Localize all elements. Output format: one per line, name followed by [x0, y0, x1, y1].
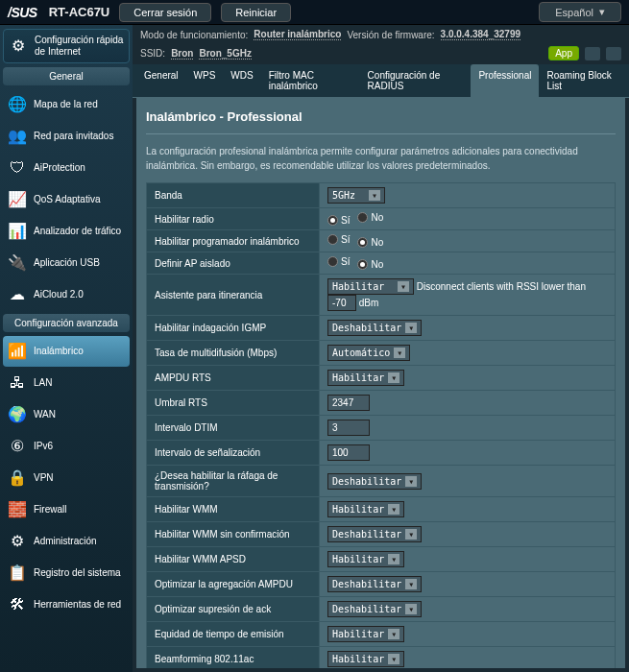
select[interactable]: Deshabilitar▾: [327, 320, 422, 336]
tab[interactable]: Professional: [471, 64, 539, 97]
sidebar-item-label: Red para invitados: [34, 131, 113, 142]
select[interactable]: Automático▾: [327, 345, 410, 361]
language-select[interactable]: Español ▾: [539, 2, 621, 22]
app-badge[interactable]: App: [548, 46, 579, 60]
chevron-down-icon: ▾: [405, 579, 417, 589]
sidebar-icon: 🔒: [7, 468, 28, 489]
radio-option[interactable]: No: [357, 237, 383, 248]
select-value: 5GHz: [332, 190, 355, 201]
setting-value-cell: SíNo: [320, 230, 616, 252]
reboot-button[interactable]: Reiniciar: [221, 3, 291, 22]
setting-row: Equidad de tiempo de emisiónHabilitar▾: [147, 622, 616, 647]
setting-label: Tasa de multidifusión (Mbps): [147, 341, 320, 366]
mode-value[interactable]: Router inalámbrico: [254, 29, 341, 40]
select-value: Habilitar: [332, 554, 384, 564]
fw-label: Versión de firmware:: [347, 30, 434, 40]
select[interactable]: Habilitar▾: [327, 626, 404, 642]
sidebar-item[interactable]: 🛡AiProtection: [3, 153, 130, 183]
tab[interactable]: Roaming Block List: [539, 64, 625, 97]
setting-label: Habilitar radio: [147, 208, 320, 230]
select-value: Deshabilitar: [332, 529, 401, 540]
select[interactable]: Habilitar▾: [327, 501, 404, 517]
sidebar-item-label: Configuración rápida de Internet: [35, 35, 125, 58]
sidebar-icon: 🛠: [7, 594, 28, 615]
text-input[interactable]: [327, 444, 370, 461]
sidebar-item[interactable]: 📈QoS Adaptativa: [3, 184, 130, 215]
sidebar-item[interactable]: 🛠Herramientas de red: [3, 589, 130, 620]
text-input[interactable]: [327, 395, 370, 411]
chevron-down-icon: ▾: [388, 654, 399, 664]
radio-option[interactable]: Sí: [327, 256, 350, 267]
chevron-down-icon: ▾: [405, 323, 417, 333]
select[interactable]: Habilitar▾: [327, 278, 414, 295]
sidebar-item[interactable]: 🧱Firewall: [3, 494, 130, 525]
sidebar-item[interactable]: 🌐Mapa de la red: [3, 89, 130, 120]
tab[interactable]: Filtro MAC inalámbrico: [261, 64, 360, 97]
tab[interactable]: WPS: [186, 64, 224, 97]
select[interactable]: Deshabilitar▾: [327, 473, 422, 490]
setting-label: Definir AP aislado: [147, 252, 320, 275]
ssid-value-2: Bron_5GHz: [199, 48, 251, 60]
fw-value[interactable]: 3.0.0.4.384_32799: [441, 29, 520, 40]
sidebar-item[interactable]: 🔌Aplicación USB: [3, 248, 130, 278]
rssi-input[interactable]: [327, 295, 356, 311]
sidebar-item[interactable]: 👥Red para invitados: [3, 121, 130, 152]
sidebar-item[interactable]: 🌍WAN: [3, 399, 130, 430]
setting-label: Optimizar supresión de ack: [147, 597, 320, 622]
logout-button[interactable]: Cerrar sesión: [119, 3, 211, 22]
sidebar-item[interactable]: ⑥IPv6: [3, 431, 130, 462]
tab[interactable]: Configuración de RADIUS: [360, 64, 472, 97]
radio-option[interactable]: Sí: [327, 234, 350, 245]
sidebar-item[interactable]: 🖧LAN: [3, 368, 130, 398]
sidebar-item-label: Mapa de la red: [34, 99, 98, 110]
chevron-down-icon: ▾: [394, 348, 405, 358]
sidebar-item[interactable]: 📶Inalámbrico: [3, 336, 130, 367]
select[interactable]: Deshabilitar▾: [327, 526, 422, 542]
setting-label: Optimizar la agregación AMPDU: [147, 572, 320, 597]
sidebar-item[interactable]: 🔒VPN: [3, 463, 130, 493]
panel-description: La configuración profesional inalámbrica…: [146, 134, 616, 182]
sidebar-item-label: LAN: [34, 377, 52, 389]
sidebar-icon: 🌍: [7, 404, 28, 425]
setting-value-cell: [320, 416, 616, 441]
select[interactable]: Deshabilitar▾: [327, 601, 422, 617]
tab[interactable]: General: [136, 64, 186, 97]
sidebar-quick-setup[interactable]: ⚙ Configuración rápida de Internet: [3, 29, 130, 63]
select-value: Habilitar: [332, 629, 384, 639]
setting-value-cell: Automático▾: [320, 341, 616, 366]
chevron-down-icon: ▾: [405, 529, 417, 540]
radio-option[interactable]: No: [357, 212, 383, 223]
select[interactable]: Habilitar▾: [327, 651, 404, 667]
setting-value-cell: Habilitar▾: [320, 497, 616, 522]
select[interactable]: Deshabilitar▾: [327, 576, 422, 592]
sidebar-item[interactable]: 📊Analizador de tráfico: [3, 216, 130, 247]
sidebar-item-label: AiProtection: [34, 162, 85, 174]
select[interactable]: 5GHz▾: [327, 187, 385, 204]
select[interactable]: Habilitar▾: [327, 551, 404, 567]
radio-option[interactable]: No: [357, 259, 383, 270]
setting-value-cell: Habilitar▾: [320, 547, 616, 572]
setting-row: Umbral RTS: [147, 391, 616, 416]
text-input[interactable]: [327, 420, 370, 436]
status-icon-1[interactable]: [585, 47, 600, 60]
sidebar-item[interactable]: ☁AiCloud 2.0: [3, 279, 130, 310]
radio-option[interactable]: Sí: [327, 215, 350, 226]
setting-value-cell: Habilitar▾: [320, 622, 616, 647]
status-icon-2[interactable]: [606, 47, 621, 60]
sidebar-item-label: Analizador de tráfico: [34, 226, 121, 237]
setting-value-cell: [320, 391, 616, 416]
tab[interactable]: WDS: [223, 64, 260, 97]
select[interactable]: Habilitar▾: [327, 370, 404, 386]
sidebar-item[interactable]: ⚙Administración: [3, 526, 130, 557]
setting-value-cell: Habilitar▾: [320, 366, 616, 391]
radio-label: Sí: [341, 215, 350, 226]
setting-label: Habilitar WMM: [147, 497, 320, 522]
sidebar-item-label: AiCloud 2.0: [34, 289, 84, 300]
sidebar-item[interactable]: 📋Registro del sistema: [3, 558, 130, 588]
radio-label: Sí: [341, 256, 350, 267]
setting-row: Optimizar supresión de ackDeshabilitar▾: [147, 597, 616, 622]
sidebar-item-label: Herramientas de red: [34, 599, 121, 611]
setting-row: Habilitar WMM sin confirmaciónDeshabilit…: [147, 522, 616, 547]
sidebar-item-label: IPv6: [34, 441, 53, 452]
gear-icon: ⚙: [8, 36, 29, 57]
